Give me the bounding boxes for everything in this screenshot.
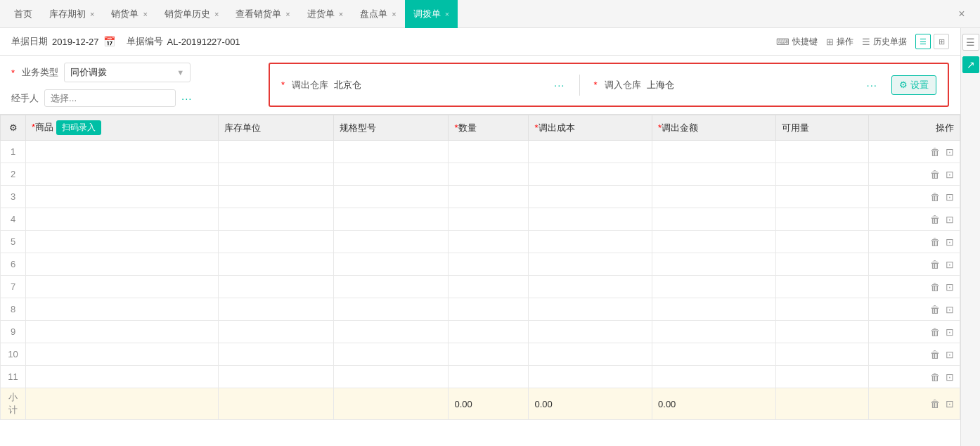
cell-cost-8[interactable] bbox=[529, 298, 652, 321]
cell-product-6[interactable] bbox=[26, 253, 219, 276]
cell-amount-9[interactable] bbox=[652, 321, 776, 343]
copy-icon-9[interactable]: ⊡ bbox=[946, 326, 954, 338]
sidebar-list-icon[interactable]: ☰ bbox=[962, 34, 979, 51]
settings-button[interactable]: ⚙ 设置 bbox=[891, 75, 936, 95]
tab-transfer-order-close[interactable]: × bbox=[445, 10, 449, 18]
calendar-icon[interactable]: 📅 bbox=[103, 36, 115, 47]
cell-amount-1[interactable] bbox=[652, 141, 776, 163]
cell-qty-5[interactable] bbox=[449, 231, 529, 253]
cell-product-4[interactable] bbox=[26, 208, 219, 231]
tab-view-sales-close[interactable]: × bbox=[285, 10, 290, 18]
cell-product-5[interactable] bbox=[26, 231, 219, 253]
cell-amount-5[interactable] bbox=[652, 231, 776, 253]
cell-spec-3[interactable] bbox=[333, 186, 449, 208]
delete-icon-7[interactable]: 🗑 bbox=[930, 281, 940, 293]
cell-spec-6[interactable] bbox=[333, 253, 449, 276]
copy-icon-5[interactable]: ⊡ bbox=[946, 236, 954, 248]
cell-amount-4[interactable] bbox=[652, 208, 776, 231]
cell-unit-2[interactable] bbox=[219, 163, 334, 186]
cell-spec-2[interactable] bbox=[333, 163, 449, 186]
cell-product-9[interactable] bbox=[26, 321, 219, 343]
cell-product-10[interactable] bbox=[26, 343, 219, 366]
cell-available-6[interactable] bbox=[775, 253, 869, 276]
cell-unit-6[interactable] bbox=[219, 253, 334, 276]
operations-button[interactable]: ⊞ 操作 bbox=[826, 36, 853, 48]
cell-cost-6[interactable] bbox=[529, 253, 652, 276]
cell-spec-4[interactable] bbox=[333, 208, 449, 231]
cell-qty-6[interactable] bbox=[449, 253, 529, 276]
cell-spec-1[interactable] bbox=[333, 141, 449, 163]
cell-cost-1[interactable] bbox=[529, 141, 652, 163]
tab-sales-history-close[interactable]: × bbox=[214, 10, 219, 18]
cell-qty-7[interactable] bbox=[449, 276, 529, 298]
th-gear[interactable]: ⚙ bbox=[1, 115, 26, 141]
sidebar-export-icon[interactable]: ↗ bbox=[962, 56, 979, 73]
copy-icon-1[interactable]: ⊡ bbox=[946, 146, 954, 158]
delete-icon-2[interactable]: 🗑 bbox=[930, 169, 940, 180]
cell-available-11[interactable] bbox=[775, 366, 869, 388]
cell-amount-3[interactable] bbox=[652, 186, 776, 208]
cell-amount-11[interactable] bbox=[652, 366, 776, 388]
warehouse-out-more-btn[interactable]: ··· bbox=[554, 79, 565, 91]
cell-unit-4[interactable] bbox=[219, 208, 334, 231]
business-type-select[interactable]: 同价调拨 ▼ bbox=[64, 63, 191, 82]
subtotal-copy-icon[interactable]: ⊡ bbox=[946, 398, 954, 409]
cell-available-2[interactable] bbox=[775, 163, 869, 186]
cell-available-7[interactable] bbox=[775, 276, 869, 298]
delete-icon-1[interactable]: 🗑 bbox=[930, 146, 940, 158]
cell-cost-7[interactable] bbox=[529, 276, 652, 298]
copy-icon-3[interactable]: ⊡ bbox=[946, 191, 954, 203]
tab-inventory-check[interactable]: 盘点单 × bbox=[352, 0, 404, 28]
cell-unit-9[interactable] bbox=[219, 321, 334, 343]
delete-icon-9[interactable]: 🗑 bbox=[930, 326, 940, 338]
tab-inventory-check-close[interactable]: × bbox=[392, 10, 396, 18]
copy-icon-4[interactable]: ⊡ bbox=[946, 214, 954, 225]
cell-qty-10[interactable] bbox=[449, 343, 529, 366]
cell-available-5[interactable] bbox=[775, 231, 869, 253]
cell-cost-3[interactable] bbox=[529, 186, 652, 208]
copy-icon-6[interactable]: ⊡ bbox=[946, 259, 954, 270]
cell-unit-11[interactable] bbox=[219, 366, 334, 388]
cell-cost-2[interactable] bbox=[529, 163, 652, 186]
cell-spec-5[interactable] bbox=[333, 231, 449, 253]
cell-unit-3[interactable] bbox=[219, 186, 334, 208]
cell-spec-8[interactable] bbox=[333, 298, 449, 321]
cell-product-11[interactable] bbox=[26, 366, 219, 388]
layout-icon-list[interactable]: ☰ bbox=[915, 34, 931, 49]
cell-unit-8[interactable] bbox=[219, 298, 334, 321]
cell-amount-10[interactable] bbox=[652, 343, 776, 366]
delete-icon-5[interactable]: 🗑 bbox=[930, 236, 940, 248]
cell-qty-8[interactable] bbox=[449, 298, 529, 321]
cell-unit-1[interactable] bbox=[219, 141, 334, 163]
cell-spec-11[interactable] bbox=[333, 366, 449, 388]
cell-qty-11[interactable] bbox=[449, 366, 529, 388]
warehouse-in-more-btn[interactable]: ··· bbox=[866, 79, 877, 91]
cell-available-1[interactable] bbox=[775, 141, 869, 163]
delete-icon-8[interactable]: 🗑 bbox=[930, 304, 940, 315]
tab-inventory-init[interactable]: 库存期初 × bbox=[41, 0, 103, 28]
delete-icon-11[interactable]: 🗑 bbox=[930, 371, 940, 383]
cell-cost-5[interactable] bbox=[529, 231, 652, 253]
cell-cost-9[interactable] bbox=[529, 321, 652, 343]
cell-unit-10[interactable] bbox=[219, 343, 334, 366]
cell-available-4[interactable] bbox=[775, 208, 869, 231]
cell-unit-5[interactable] bbox=[219, 231, 334, 253]
cell-amount-6[interactable] bbox=[652, 253, 776, 276]
cell-amount-2[interactable] bbox=[652, 163, 776, 186]
tab-home[interactable]: 首页 bbox=[6, 0, 41, 28]
cell-spec-7[interactable] bbox=[333, 276, 449, 298]
cell-cost-11[interactable] bbox=[529, 366, 652, 388]
shortcuts-button[interactable]: ⌨ 快捷键 bbox=[776, 36, 818, 48]
cell-product-8[interactable] bbox=[26, 298, 219, 321]
cell-available-8[interactable] bbox=[775, 298, 869, 321]
cell-spec-10[interactable] bbox=[333, 343, 449, 366]
cell-product-2[interactable] bbox=[26, 163, 219, 186]
tab-sales-order[interactable]: 销货单 × bbox=[103, 0, 155, 28]
cell-available-3[interactable] bbox=[775, 186, 869, 208]
cell-qty-2[interactable] bbox=[449, 163, 529, 186]
cell-spec-9[interactable] bbox=[333, 321, 449, 343]
cell-available-10[interactable] bbox=[775, 343, 869, 366]
cell-amount-7[interactable] bbox=[652, 276, 776, 298]
cell-qty-3[interactable] bbox=[449, 186, 529, 208]
tab-sales-history[interactable]: 销货单历史 × bbox=[156, 0, 227, 28]
